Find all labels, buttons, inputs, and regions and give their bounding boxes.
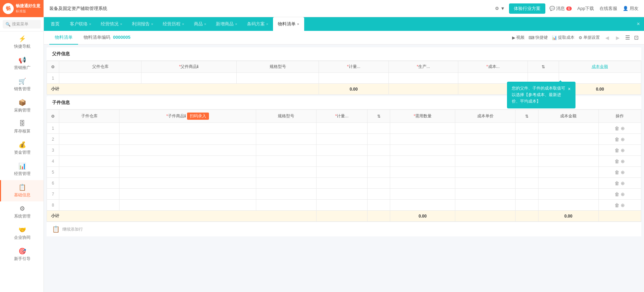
child-warehouse-cell[interactable] bbox=[59, 178, 120, 189]
child-spec-cell[interactable] bbox=[256, 156, 316, 167]
parent-spec-cell[interactable] bbox=[237, 73, 319, 84]
child-unit-cell[interactable] bbox=[316, 178, 367, 189]
child-spec-cell[interactable] bbox=[256, 178, 316, 189]
child-qty-cell[interactable] bbox=[390, 167, 455, 178]
scan-btn[interactable]: 扫码录入 bbox=[187, 113, 209, 120]
delete-icon[interactable]: 🗑 bbox=[615, 126, 619, 131]
delete-icon[interactable]: 🗑 bbox=[615, 137, 619, 142]
copy-icon[interactable]: ⊕ bbox=[621, 137, 625, 142]
delete-icon[interactable]: 🗑 bbox=[615, 170, 619, 175]
child-unit-cost-cell[interactable] bbox=[455, 167, 516, 178]
th-child-settings[interactable]: ⚙ bbox=[47, 110, 59, 123]
app-download-link[interactable]: App下载 bbox=[577, 5, 594, 12]
shortcut-link[interactable]: ⌨ 快捷键 bbox=[529, 35, 548, 40]
delete-icon[interactable]: 🗑 bbox=[615, 180, 619, 186]
layout-icon[interactable]: ☰ bbox=[625, 34, 630, 41]
child-spec-cell[interactable] bbox=[256, 167, 316, 178]
close-icon[interactable]: × bbox=[204, 22, 206, 26]
child-unit-cost-cell[interactable] bbox=[455, 134, 516, 145]
nav-tab-new-product[interactable]: 新增商品 × bbox=[211, 17, 242, 31]
child-qty-cell[interactable] bbox=[390, 200, 455, 211]
child-unit-cell[interactable] bbox=[316, 167, 367, 178]
copy-icon[interactable]: ⊕ bbox=[621, 180, 625, 186]
child-warehouse-cell[interactable] bbox=[59, 145, 120, 156]
child-spec-cell[interactable] bbox=[256, 189, 316, 200]
messages-link[interactable]: 💬 消息 6 bbox=[549, 5, 572, 12]
parent-warehouse-cell[interactable] bbox=[59, 73, 141, 84]
nav-tab-home[interactable]: 首页 bbox=[45, 17, 65, 31]
prev-arrow[interactable]: ◀ bbox=[604, 34, 610, 41]
child-unit-cell[interactable] bbox=[316, 200, 367, 211]
child-unit-cell[interactable] bbox=[316, 189, 367, 200]
sidebar-item-1[interactable]: 📢 营销推广 bbox=[0, 53, 44, 74]
sidebar-item-0[interactable]: ⚡ 快捷导航 bbox=[0, 32, 44, 53]
copy-icon[interactable]: ⊕ bbox=[621, 159, 625, 164]
sidebar-item-9[interactable]: 🤝 企业协同 bbox=[0, 223, 44, 244]
sub-tab-bom-list[interactable]: 物料清单 bbox=[49, 31, 78, 45]
child-warehouse-cell[interactable] bbox=[59, 123, 120, 134]
copy-icon[interactable]: ⊕ bbox=[621, 202, 625, 208]
child-unit-cell[interactable] bbox=[316, 156, 367, 167]
nav-tab-barcode[interactable]: 条码方案 × bbox=[242, 17, 273, 31]
child-warehouse-cell[interactable] bbox=[59, 189, 120, 200]
nav-tab-history[interactable]: 经营历程 × bbox=[158, 17, 189, 31]
child-product-cell[interactable] bbox=[120, 200, 256, 211]
child-qty-cell[interactable] bbox=[390, 134, 455, 145]
child-product-cell[interactable] bbox=[120, 123, 256, 134]
copy-icon[interactable]: ⊕ bbox=[621, 191, 625, 197]
sidebar-item-2[interactable]: 🛒 销售管理 bbox=[0, 74, 44, 95]
close-icon[interactable]: × bbox=[120, 22, 122, 26]
child-qty-cell[interactable] bbox=[390, 123, 455, 134]
child-unit-cost-cell[interactable] bbox=[455, 189, 516, 200]
child-unit-cost-cell[interactable] bbox=[455, 123, 516, 134]
child-qty-cell[interactable] bbox=[390, 189, 455, 200]
video-link[interactable]: ▶ 视频 bbox=[512, 35, 524, 40]
child-product-cell[interactable] bbox=[120, 134, 256, 145]
sidebar-item-8[interactable]: ⚙ 系统管理 bbox=[0, 201, 44, 223]
parent-product-cell[interactable] bbox=[141, 73, 237, 84]
experience-btn[interactable]: 体验行业方案 bbox=[509, 3, 545, 14]
add-row-icon[interactable]: 📋 bbox=[52, 225, 60, 233]
parent-unit-cell[interactable] bbox=[319, 73, 388, 84]
child-warehouse-cell[interactable] bbox=[59, 156, 120, 167]
nav-tab-operations[interactable]: 经营情况 × bbox=[96, 17, 127, 31]
child-unit-cell[interactable] bbox=[316, 134, 367, 145]
next-arrow[interactable]: ▶ bbox=[615, 34, 621, 41]
close-icon[interactable]: × bbox=[297, 22, 299, 26]
sidebar-item-3[interactable]: 📦 采购管理 bbox=[0, 95, 44, 117]
sidebar-item-7[interactable]: 📋 基础信息 bbox=[0, 180, 44, 201]
close-icon[interactable]: × bbox=[151, 22, 153, 26]
sub-tab-bom-code[interactable]: 物料清单编码 0000005 bbox=[78, 31, 136, 45]
service-link[interactable]: 在线客服 bbox=[599, 5, 617, 12]
child-spec-cell[interactable] bbox=[256, 145, 316, 156]
child-unit-cost-cell[interactable] bbox=[455, 145, 516, 156]
expand-icon[interactable]: ⊡ bbox=[634, 34, 639, 41]
delete-icon[interactable]: 🗑 bbox=[615, 191, 619, 197]
nav-tab-bom[interactable]: 物料清单 × bbox=[273, 17, 304, 31]
search-input-area[interactable]: 🔍 搜索菜单 bbox=[3, 20, 41, 28]
child-unit-cell[interactable] bbox=[316, 145, 367, 156]
close-icon[interactable]: × bbox=[182, 22, 184, 26]
child-qty-cell[interactable] bbox=[390, 178, 455, 189]
nav-tab-products[interactable]: 商品 × bbox=[189, 17, 211, 31]
sidebar-search-container[interactable]: 🔍 搜索菜单 bbox=[0, 17, 44, 32]
close-icon[interactable]: × bbox=[266, 22, 268, 26]
child-unit-cost-cell[interactable] bbox=[455, 200, 516, 211]
delete-icon[interactable]: 🗑 bbox=[615, 202, 619, 208]
child-product-cell[interactable] bbox=[120, 189, 256, 200]
child-unit-cost-cell[interactable] bbox=[455, 156, 516, 167]
sidebar-item-5[interactable]: 💰 资金管理 bbox=[0, 138, 44, 159]
user-menu[interactable]: 👤 用友 bbox=[623, 5, 639, 12]
sidebar-item-10[interactable]: 🎯 新手引导 bbox=[0, 244, 44, 265]
copy-icon[interactable]: ⊕ bbox=[621, 126, 625, 131]
close-icon[interactable]: × bbox=[89, 22, 91, 26]
delete-icon[interactable]: 🗑 bbox=[615, 159, 619, 164]
tooltip-close-btn[interactable]: × bbox=[568, 85, 571, 93]
copy-icon[interactable]: ⊕ bbox=[621, 148, 625, 153]
child-qty-cell[interactable] bbox=[390, 156, 455, 167]
child-unit-cost-cell[interactable] bbox=[455, 178, 516, 189]
single-settings-link[interactable]: ⚙ 单据设置 bbox=[579, 35, 600, 40]
th-settings[interactable]: ⚙ bbox=[47, 61, 59, 73]
child-spec-cell[interactable] bbox=[256, 200, 316, 211]
child-qty-cell[interactable] bbox=[390, 145, 455, 156]
